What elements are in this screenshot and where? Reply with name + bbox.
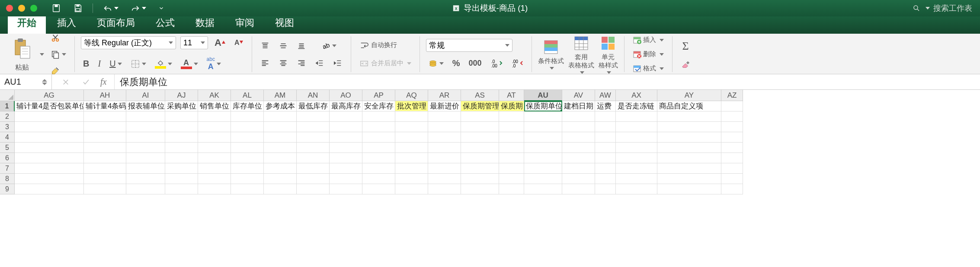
column-header-AN[interactable]: AN: [297, 90, 330, 101]
cell-AK7[interactable]: [198, 163, 231, 174]
cell-AS6[interactable]: [461, 153, 499, 163]
increase-decimal-button[interactable]: .0.00: [488, 57, 505, 70]
cell-AT3[interactable]: [499, 122, 524, 132]
cell-AJ3[interactable]: [165, 122, 198, 132]
row-header-1[interactable]: 1: [0, 101, 15, 111]
cell-AI6[interactable]: [126, 153, 165, 163]
column-header-AJ[interactable]: AJ: [165, 90, 198, 101]
cell-AM4[interactable]: [264, 132, 297, 143]
confirm-edit-button[interactable]: [80, 77, 93, 87]
percent-button[interactable]: %: [450, 57, 462, 70]
cell-AI8[interactable]: [126, 174, 165, 184]
cell-AU4[interactable]: [524, 132, 562, 143]
cell-AJ8[interactable]: [165, 174, 198, 184]
cell-AU8[interactable]: [524, 174, 562, 184]
cell-AJ4[interactable]: [165, 132, 198, 143]
cell-AL1[interactable]: 库存单位: [231, 101, 264, 111]
cell-AX4[interactable]: [616, 132, 657, 143]
cell-AV1[interactable]: 建档日期: [562, 101, 595, 111]
cell-AR9[interactable]: [428, 184, 461, 194]
font-name-input[interactable]: [84, 38, 167, 48]
cell-AG5[interactable]: [15, 143, 84, 153]
cell-AV2[interactable]: [562, 111, 595, 122]
cell-AW6[interactable]: [595, 153, 616, 163]
cell-AV8[interactable]: [562, 174, 595, 184]
format-as-table-button[interactable]: 套用 表格格式: [568, 35, 594, 74]
cell-AK5[interactable]: [198, 143, 231, 153]
column-header-AY[interactable]: AY: [657, 90, 721, 101]
cell-AN5[interactable]: [297, 143, 330, 153]
cell-AM9[interactable]: [264, 184, 297, 194]
cell-AX3[interactable]: [616, 122, 657, 132]
cell-AN7[interactable]: [297, 163, 330, 174]
cell-AV4[interactable]: [562, 132, 595, 143]
font-name-combo[interactable]: [81, 36, 176, 49]
cell-AQ1[interactable]: 批次管理: [395, 101, 428, 111]
decrease-font-button[interactable]: A: [232, 38, 246, 48]
cell-AN6[interactable]: [297, 153, 330, 163]
cell-AS2[interactable]: [461, 111, 499, 122]
cell-AU5[interactable]: [524, 143, 562, 153]
row-header-6[interactable]: 6: [0, 153, 15, 163]
column-header-AW[interactable]: AW: [595, 90, 616, 101]
cell-AO3[interactable]: [330, 122, 362, 132]
cell-AP8[interactable]: [362, 174, 395, 184]
column-header-AS[interactable]: AS: [461, 90, 499, 101]
cell-AT6[interactable]: [499, 153, 524, 163]
row-header-5[interactable]: 5: [0, 143, 15, 153]
cell-AQ8[interactable]: [395, 174, 428, 184]
cell-AU7[interactable]: [524, 163, 562, 174]
cell-AV5[interactable]: [562, 143, 595, 153]
column-header-AR[interactable]: AR: [428, 90, 461, 101]
column-header-AX[interactable]: AX: [616, 90, 657, 101]
delete-cells-button[interactable]: 删除: [631, 49, 666, 60]
minimize-window-button[interactable]: [18, 5, 25, 12]
cell-AJ2[interactable]: [165, 111, 198, 122]
cell-AT7[interactable]: [499, 163, 524, 174]
cell-AT4[interactable]: [499, 132, 524, 143]
cell-AY7[interactable]: [657, 163, 721, 174]
cell-AY9[interactable]: [657, 184, 721, 194]
cell-AX2[interactable]: [616, 111, 657, 122]
column-header-AG[interactable]: AG: [15, 90, 84, 101]
cell-AS5[interactable]: [461, 143, 499, 153]
align-center-button[interactable]: [276, 57, 290, 69]
cell-AL3[interactable]: [231, 122, 264, 132]
cell-AQ2[interactable]: [395, 111, 428, 122]
cell-AM7[interactable]: [264, 163, 297, 174]
cell-AQ4[interactable]: [395, 132, 428, 143]
cell-AJ9[interactable]: [165, 184, 198, 194]
column-header-AI[interactable]: AI: [126, 90, 165, 101]
cell-AP9[interactable]: [362, 184, 395, 194]
cell-AX6[interactable]: [616, 153, 657, 163]
increase-indent-button[interactable]: [331, 57, 345, 69]
cell-AJ5[interactable]: [165, 143, 198, 153]
cell-AT5[interactable]: [499, 143, 524, 153]
cell-styles-button[interactable]: 单元 格样式: [599, 35, 618, 74]
cell-AZ9[interactable]: [721, 184, 743, 194]
decrease-decimal-button[interactable]: .00.0: [509, 57, 525, 70]
cell-AU9[interactable]: [524, 184, 562, 194]
cell-AW9[interactable]: [595, 184, 616, 194]
align-left-button[interactable]: [258, 57, 272, 69]
formula-input[interactable]: 保质期单位: [114, 74, 980, 89]
cell-AS9[interactable]: [461, 184, 499, 194]
cell-AS7[interactable]: [461, 163, 499, 174]
cell-AV6[interactable]: [562, 153, 595, 163]
cell-AT1[interactable]: 保质期: [499, 101, 524, 111]
align-right-button[interactable]: [295, 57, 308, 69]
cell-AQ5[interactable]: [395, 143, 428, 153]
cancel-edit-button[interactable]: [60, 77, 72, 87]
font-size-combo[interactable]: [180, 36, 208, 49]
autosum-button[interactable]: Σ: [680, 38, 691, 54]
row-header-7[interactable]: 7: [0, 163, 15, 174]
redo-button[interactable]: [128, 2, 148, 14]
cell-AL2[interactable]: [231, 111, 264, 122]
cell-AP4[interactable]: [362, 132, 395, 143]
clear-button[interactable]: [679, 58, 692, 70]
cell-AL8[interactable]: [231, 174, 264, 184]
close-window-button[interactable]: [6, 5, 13, 12]
column-header-AP[interactable]: AP: [362, 90, 395, 101]
cell-AL9[interactable]: [231, 184, 264, 194]
cell-AH1[interactable]: 辅计量4条码: [84, 101, 126, 111]
